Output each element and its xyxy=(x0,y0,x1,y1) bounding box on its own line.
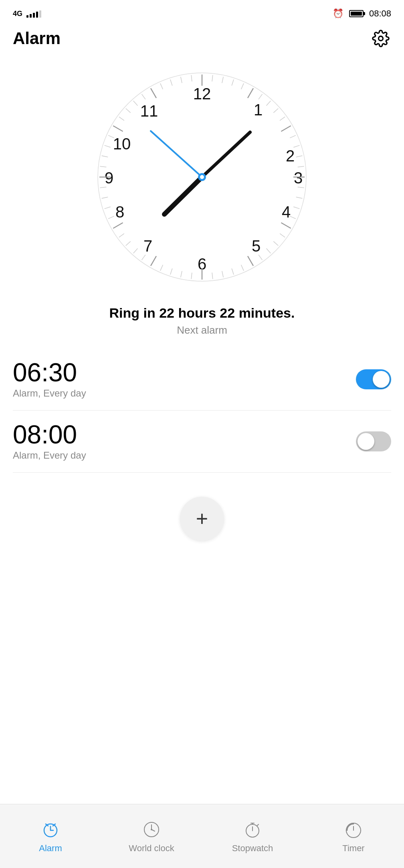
nav-label-alarm: Alarm xyxy=(39,843,62,854)
svg-text:3: 3 xyxy=(294,169,303,187)
world-clock-nav-icon xyxy=(141,819,162,840)
signal-bars xyxy=(26,10,41,18)
page-title: Alarm xyxy=(13,29,61,48)
nav-item-world-clock[interactable]: World clock xyxy=(101,813,202,860)
add-icon: + xyxy=(196,507,208,531)
svg-point-0 xyxy=(379,36,383,41)
signal-bar-1 xyxy=(26,15,28,18)
add-alarm-button[interactable]: + xyxy=(180,497,224,541)
alarm-item[interactable]: 06:30 Alarm, Every day xyxy=(13,348,391,411)
alarm-list: 06:30 Alarm, Every day 08:00 Alarm, Ever… xyxy=(0,348,404,473)
alarm-label-1: Alarm, Every day xyxy=(13,388,86,399)
stopwatch-nav-icon xyxy=(242,819,263,840)
bottom-navigation: Alarm World clock Stopwatch Timer xyxy=(0,804,404,868)
alarm-toggle-2[interactable] xyxy=(356,431,391,451)
network-type: 4G xyxy=(13,10,22,18)
battery-icon xyxy=(349,10,364,17)
alarm-label-2: Alarm, Every day xyxy=(13,450,86,461)
nav-item-timer[interactable]: Timer xyxy=(303,813,404,860)
nav-label-timer: Timer xyxy=(342,843,364,854)
svg-text:9: 9 xyxy=(105,169,113,187)
clock-container: // We'll draw ticks inline via SVG lines… xyxy=(0,57,404,301)
timer-nav-icon xyxy=(343,819,364,840)
settings-button[interactable] xyxy=(370,28,391,49)
add-button-container: + xyxy=(0,473,404,553)
svg-point-18 xyxy=(200,175,204,179)
svg-text:7: 7 xyxy=(143,237,152,255)
ring-countdown-text: Ring in 22 hours 22 minutes. xyxy=(13,305,391,321)
svg-text:4: 4 xyxy=(282,203,291,221)
alarm-item[interactable]: 08:00 Alarm, Every day xyxy=(13,411,391,473)
nav-label-stopwatch: Stopwatch xyxy=(232,843,273,854)
alarm-time-info: 06:30 Alarm, Every day xyxy=(13,360,86,399)
signal-bar-3 xyxy=(33,13,35,18)
status-time: 08:08 xyxy=(369,8,391,19)
svg-text:8: 8 xyxy=(115,203,124,221)
toggle-thumb-1 xyxy=(373,371,390,388)
svg-text:12: 12 xyxy=(193,85,211,103)
signal-bar-5 xyxy=(39,10,41,18)
app-header: Alarm xyxy=(0,24,404,57)
alarm-time-2: 08:00 xyxy=(13,422,86,447)
clock-svg: // We'll draw ticks inline via SVG lines… xyxy=(90,65,314,289)
nav-item-alarm[interactable]: Alarm xyxy=(0,813,101,860)
svg-text:2: 2 xyxy=(286,147,295,165)
alarm-status-icon: ⏰ xyxy=(333,8,343,19)
next-alarm-label: Next alarm xyxy=(13,324,391,336)
alarm-time-1: 06:30 xyxy=(13,360,86,385)
nav-label-world-clock: World clock xyxy=(129,843,174,854)
alarm-nav-icon xyxy=(40,819,61,840)
alarm-toggle-1[interactable] xyxy=(356,369,391,389)
svg-text:10: 10 xyxy=(113,135,131,153)
alarm-time-info: 08:00 Alarm, Every day xyxy=(13,422,86,461)
status-right: ⏰ 08:08 xyxy=(333,8,391,19)
svg-line-92 xyxy=(257,824,259,826)
clock-face: // We'll draw ticks inline via SVG lines… xyxy=(90,65,314,289)
svg-text:5: 5 xyxy=(252,237,261,255)
signal-bar-2 xyxy=(30,14,32,18)
nav-item-stopwatch[interactable]: Stopwatch xyxy=(202,813,303,860)
ring-info: Ring in 22 hours 22 minutes. Next alarm xyxy=(0,301,404,348)
svg-text:11: 11 xyxy=(140,102,158,120)
toggle-thumb-2 xyxy=(358,433,374,450)
signal-bar-4 xyxy=(36,12,38,18)
svg-point-87 xyxy=(151,829,152,830)
status-left: 4G xyxy=(13,10,41,18)
gear-icon xyxy=(372,30,390,47)
status-bar: 4G ⏰ 08:08 xyxy=(0,0,404,24)
svg-text:1: 1 xyxy=(254,101,263,119)
